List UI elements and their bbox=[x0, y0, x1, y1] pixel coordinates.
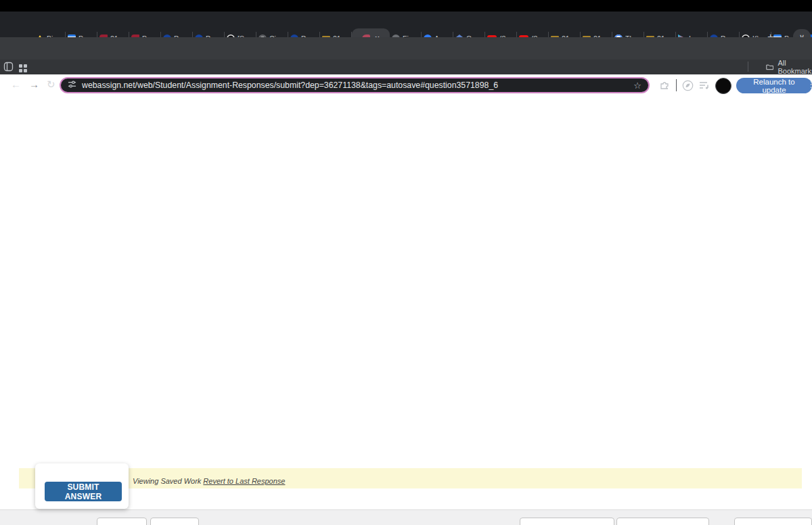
profile-avatar[interactable] bbox=[715, 78, 731, 94]
all-bookmarks-button[interactable]: All Bookmarks bbox=[766, 60, 812, 74]
bookmark-star-icon[interactable]: ☆ bbox=[633, 81, 641, 91]
browser-toolbar: ← → ↻ webassign.net/web/Student/Assignme… bbox=[0, 37, 812, 60]
url-bar[interactable]: webassign.net/web/Student/Assignment-Res… bbox=[60, 77, 650, 93]
extension-list-icon[interactable] bbox=[698, 80, 710, 92]
bottom-strip bbox=[0, 509, 812, 525]
submit-card: SUBMIT ANSWER bbox=[35, 463, 129, 509]
reload-button[interactable]: ↻ bbox=[43, 78, 60, 91]
browser-menu-icon[interactable]: ⋮ bbox=[803, 78, 812, 90]
top-black-strip bbox=[0, 0, 812, 12]
extensions-puzzle-icon[interactable] bbox=[659, 80, 671, 92]
apps-grid-icon[interactable] bbox=[19, 63, 27, 75]
viewing-saved-work-label: Viewing Saved Work bbox=[133, 477, 203, 485]
bookmarks-bar: All Bookmarks bbox=[0, 60, 812, 74]
cutoff-button[interactable] bbox=[520, 518, 614, 525]
screen: BiPa21PaDeDe[SCiDe21×FiApOp(8(82121Th21I… bbox=[0, 0, 812, 525]
extension-leaf-icon[interactable] bbox=[682, 80, 694, 92]
saved-work-text: Viewing Saved Work Revert to Last Respon… bbox=[133, 477, 285, 485]
bookmarks-divider bbox=[748, 62, 748, 72]
cutoff-button[interactable] bbox=[734, 518, 812, 525]
browser-tab-strip: BiPa21PaDeDe[SCiDe21×FiApOp(8(82121Th21I… bbox=[0, 12, 812, 37]
all-bookmarks-label: All Bookmarks bbox=[777, 59, 812, 75]
revert-to-last-response-link[interactable]: Revert to Last Response bbox=[203, 477, 285, 485]
sidebar-panel-icon[interactable] bbox=[3, 62, 14, 74]
site-settings-icon[interactable] bbox=[68, 79, 76, 91]
toolbar-divider bbox=[676, 79, 677, 91]
url-text[interactable]: webassign.net/web/Student/Assignment-Res… bbox=[82, 81, 628, 90]
submit-answer-button[interactable]: SUBMIT ANSWER bbox=[45, 482, 122, 501]
cutoff-button[interactable] bbox=[150, 518, 199, 525]
forward-button[interactable]: → bbox=[25, 78, 43, 91]
webassign-page bbox=[0, 74, 812, 525]
cutoff-button[interactable] bbox=[616, 518, 709, 525]
folder-icon bbox=[767, 65, 773, 70]
cutoff-button[interactable] bbox=[97, 518, 147, 525]
back-button[interactable]: ← bbox=[7, 78, 25, 91]
relaunch-to-update-button[interactable]: Relaunch to update bbox=[736, 78, 812, 93]
